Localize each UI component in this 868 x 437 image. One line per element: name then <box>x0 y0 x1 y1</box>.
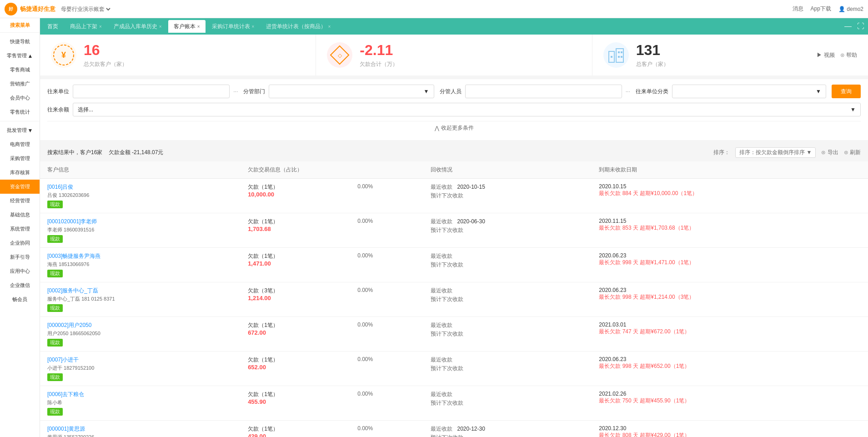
td-recovery: 最近收款 预计下次收款 <box>423 282 592 317</box>
td-debt-count: 欠款（1笔） 672.00 <box>241 317 350 352</box>
filter-from-unit-more[interactable]: ··· <box>233 88 238 95</box>
tab-close-product-publish[interactable]: × <box>99 24 102 29</box>
refresh-btn[interactable]: ⊙ 刷新 <box>844 149 861 156</box>
export-btn[interactable]: ⊙ 导出 <box>821 149 838 156</box>
stat-label-debt-customers: 总欠款客户（家） <box>84 60 127 68</box>
video-btn[interactable]: ▶ 视频 <box>817 51 834 59</box>
customer-name-link[interactable]: [0007]小进干 <box>47 357 79 363</box>
sort-select[interactable]: 排序：按欠款金额倒序排序 ▼ <box>735 147 816 158</box>
tab-close-product-history[interactable]: × <box>159 24 162 29</box>
collapse-more-btn[interactable]: ⋀ 收起更多条件 <box>47 121 861 135</box>
sidebar-item-operations[interactable]: 经营管理 <box>0 194 40 208</box>
table-body: [0016]吕俊 吕俊 13026203696 现款 欠款（1笔） 10,000… <box>40 179 868 437</box>
customer-phone: 用户2050 18665062050 <box>47 330 233 337</box>
customer-name-link[interactable]: [000002]用户2050 <box>47 322 91 328</box>
sidebar-item-ecommerce[interactable]: 电商管理 <box>0 137 40 151</box>
td-debt-ratio: 0.00% <box>350 213 423 248</box>
sidebar-item-basic-info[interactable]: 基础信息 <box>0 208 40 222</box>
table-row: [0007]小进干 小进干 18279152100 现款 欠款（1笔） 652.… <box>40 352 868 386</box>
tab-product-history[interactable]: 产成品入库单历史 × <box>108 20 167 33</box>
help-btn[interactable]: ⊙ 帮助 <box>840 51 857 59</box>
td-customer: [000002]用户2050 用户2050 18665062050 现款 <box>40 317 241 352</box>
filter-person-more[interactable]: ··· <box>626 88 630 95</box>
customer-name-link[interactable]: [000001]黄思源 <box>47 426 85 432</box>
next-payment-label: 预计下次收款 <box>431 331 463 337</box>
tab-product-publish[interactable]: 商品上下架 × <box>65 20 107 33</box>
customer-name-link[interactable]: [0016]吕俊 <box>47 184 73 190</box>
tabs-minimize-btn[interactable]: — <box>843 21 853 31</box>
overdue-link[interactable]: 超期¥1,214.00（3笔） <box>640 294 694 300</box>
debt-count: 欠款（1笔） <box>248 356 343 364</box>
sidebar-item-enterprise-wechat[interactable]: 企业微信 <box>0 278 40 292</box>
sidebar-item-purchase-mgmt[interactable]: 采购管理 <box>0 151 40 166</box>
overdue-link[interactable]: 超期¥455.90（1笔） <box>640 397 690 404</box>
tab-close-inventory-stats[interactable]: × <box>328 24 331 29</box>
filter-select-remaining[interactable]: 选择... ▼ <box>73 103 861 116</box>
sidebar-item-member-plus[interactable]: 畅会员 <box>0 292 40 306</box>
tab-home[interactable]: 首页 <box>42 23 64 30</box>
sidebar-item-system-mgmt[interactable]: 系统管理 <box>0 222 40 236</box>
svg-rect-13 <box>621 56 622 58</box>
td-debt-ratio: 0.00% <box>350 248 423 282</box>
overdue-link[interactable]: 超期¥429.00（1笔） <box>640 432 690 437</box>
last-payment-label: 最近收款 <box>431 184 452 190</box>
debt-count: 欠款（1笔） <box>248 183 343 191</box>
sidebar-search-label[interactable]: 搜索菜单 <box>0 18 40 33</box>
overdue-link[interactable]: 超期¥1,471.00（1笔） <box>640 259 694 266</box>
filter-area: 往来单位 ··· 分管部门 ▼ 分管人员 <box>40 79 868 140</box>
message-btn[interactable]: 消息 <box>793 5 803 13</box>
overdue-days: 最长欠款 747 天 超期¥672.00（1笔） <box>599 328 861 336</box>
sidebar-item-retail-mall[interactable]: 零售商城 <box>0 63 40 77</box>
sidebar-item-enterprise-collab[interactable]: 企业协同 <box>0 236 40 250</box>
sidebar-item-retail-mgmt[interactable]: 零售管理▲ <box>0 49 40 63</box>
td-customer: [0016]吕俊 吕俊 13026203696 现款 <box>40 179 241 213</box>
customer-name-link[interactable]: [0002]服务中心_丁磊 <box>47 287 98 294</box>
sidebar-item-batch-mgmt[interactable]: 批发管理▼ <box>0 123 40 137</box>
svg-rect-10 <box>618 51 620 53</box>
main-area: 搜索菜单 快捷导航 零售管理▲ 零售商城 营销推广 会员中心 零售统 <box>0 18 868 437</box>
app-download-btn[interactable]: App下载 <box>811 5 831 13</box>
recovery-info: 最近收款 2020-10-15 预计下次收款 <box>431 183 584 200</box>
td-due-date: 2020.11.15 最长欠款 853 天 超期¥1,703.68（1笔） <box>592 213 868 248</box>
due-date: 2020.06.23 <box>599 356 861 362</box>
debt-ratio: 0.00% <box>357 321 416 328</box>
sidebar-item-new-guide[interactable]: 新手引导 <box>0 250 40 264</box>
overdue-link[interactable]: 超期¥672.00（1笔） <box>640 328 690 335</box>
td-debt-ratio: 0.00% <box>350 386 423 421</box>
sidebar-item-quick-nav[interactable]: 快捷导航 <box>0 35 40 49</box>
overdue-days: 最长欠款 750 天 超期¥455.90（1笔） <box>599 397 861 405</box>
overdue-link[interactable]: 超期¥652.00（1笔） <box>640 363 690 369</box>
filter-input-from-unit[interactable] <box>73 85 230 98</box>
tabs-maximize-btn[interactable]: ⛶ <box>855 21 866 31</box>
debt-ratio: 0.00% <box>357 287 416 293</box>
sidebar-item-marketing[interactable]: 营销推广 <box>0 77 40 91</box>
customer-name-link[interactable]: [0003]畅捷服务尹海燕 <box>47 253 100 259</box>
td-debt-count: 欠款（1笔） 429.00 <box>241 421 350 437</box>
filter-row-2: 往来余额 选择... ▼ <box>47 103 861 116</box>
debt-count: 欠款（1笔） <box>248 391 343 398</box>
user-avatar[interactable]: 👤 demo2 <box>838 6 863 12</box>
search-button[interactable]: 查询 <box>832 85 861 98</box>
sidebar-item-finance[interactable]: 资金管理 <box>0 180 40 194</box>
sidebar-item-member-center[interactable]: 会员中心 <box>0 91 40 105</box>
tab-close-customer-account[interactable]: × <box>197 24 200 29</box>
overdue-link[interactable]: 超期¥1,703.68（1笔） <box>640 225 694 231</box>
filter-select-dept[interactable]: ▼ <box>269 85 434 98</box>
overdue-days: 最长欠款 808 天 超期¥429.00（1笔） <box>599 432 861 437</box>
tab-purchase-stats[interactable]: 采购订单统计表 × <box>206 20 260 33</box>
filter-select-unit-category[interactable]: ▼ <box>672 85 826 98</box>
sidebar-item-app-center[interactable]: 应用中心 <box>0 264 40 278</box>
overdue-link[interactable]: 超期¥10,000.00（1笔） <box>640 190 697 196</box>
tab-close-purchase-stats[interactable]: × <box>252 24 255 29</box>
customer-name-link[interactable]: [0001020001]李老师 <box>47 218 97 225</box>
sidebar-item-inventory[interactable]: 库存核算 <box>0 166 40 180</box>
customer-tag: 现款 <box>47 270 63 277</box>
industry-select[interactable]: 母婴行业演示账套 <box>59 5 112 13</box>
sidebar-item-retail-stats[interactable]: 零售统计 <box>0 105 40 119</box>
customer-name-link[interactable]: [0006]去下粮仓 <box>47 391 84 397</box>
tab-inventory-stats[interactable]: 进货单统计表（按商品） × <box>261 20 336 33</box>
customer-tag: 现款 <box>47 201 63 208</box>
page-content: ¥ 16 总欠款客户（家） <box>40 35 868 437</box>
tab-customer-account[interactable]: 客户账本 × <box>168 20 206 33</box>
filter-input-person[interactable] <box>465 85 622 98</box>
